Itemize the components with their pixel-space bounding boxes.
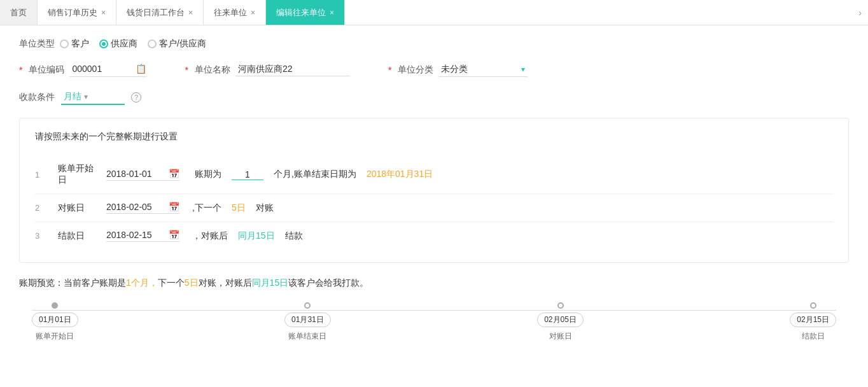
timeline-dot-4 [810,302,816,309]
radio-both-circle [148,39,157,48]
payment-row: 收款条件 月结 ? [19,90,849,105]
period-cal-icon-1[interactable]: 📅 [169,169,179,179]
timeline-date-1: 01月01日 [39,315,71,324]
timeline-point-1: 01月01日 账单开始日 [32,302,78,342]
radio-customer-circle [60,39,69,48]
tab-cash-close-icon[interactable]: × [188,8,193,17]
period-date-input-1: 📅 [106,169,179,181]
unit-code-item: * 单位编码 📋 [19,62,146,77]
period-row3-suffix: 结款 [285,230,303,242]
unit-code-required: * [19,65,22,75]
unit-type-item: 单位类型 客户 供应商 客户/供应商 [19,38,206,50]
period-row3-comma: ，对账后 [192,230,228,242]
radio-supplier-label: 供应商 [111,38,137,50]
radio-customer[interactable]: 客户 [60,38,89,50]
tab-edit-label: 编辑往来单位 [276,7,326,18]
payment-condition-label: 收款条件 [19,92,55,103]
period-date-field-3[interactable] [106,230,164,240]
tab-edit-partner[interactable]: 编辑往来单位 × [266,0,345,25]
timeline-container: 01月01日 账单开始日 01月31日 账单结束日 02月05日 [19,302,849,342]
period-row1-end-date: 2018年01月31日 [367,169,433,180]
payment-condition-select[interactable]: 月结 [61,90,125,105]
period-row3-highlight: 同月15日 [238,230,275,242]
preview-text1: 下一个 [158,278,185,288]
timeline-point-4: 02月15日 结款日 [790,302,836,342]
tab-partner-close-icon[interactable]: × [251,8,255,17]
tab-arrow-icon: › [858,8,862,18]
period-cal-icon-2[interactable]: 📅 [169,202,179,212]
main-content: 单位类型 客户 供应商 客户/供应商 * 单位编码 [0,25,868,387]
unit-name-input[interactable] [235,63,350,76]
unit-code-label: 单位编码 [29,64,64,76]
preview-prefix: 账期预览：当前客户账期是 [19,278,126,288]
preview-highlight1: 1个月， [126,278,158,288]
tab-bar: 首页 销售订单历史 × 钱货日清工作台 × 往来单位 × 编辑往来单位 × › [0,0,868,25]
tab-edit-close-icon[interactable]: × [330,8,334,17]
period-date-field-1[interactable] [106,169,164,179]
timeline-date-3: 02月05日 [544,315,577,324]
period-row2-suffix: 对账 [256,202,274,214]
period-cal-icon-3[interactable]: 📅 [169,230,179,240]
period-label-3: 结款日 [58,230,96,242]
unit-info-row: * 单位编码 📋 * 单位名称 * 单位分类 未分类 [19,62,849,77]
timeline-date-4: 02月15日 [797,315,829,324]
tab-cash-label: 钱货日清工作台 [127,7,185,18]
timeline-badge-1: 01月01日 [32,313,78,327]
period-title: 请按照未来的一个完整帐期进行设置 [35,131,833,143]
period-date-field-2[interactable] [106,202,164,212]
preview-text: 账期预览：当前客户账期是1个月，下一个5日对账，对账后同月15日该客户会给我打款… [19,276,849,290]
unit-code-input[interactable] [69,62,133,75]
unit-code-copy-icon[interactable]: 📋 [136,64,146,74]
period-label-1: 账单开始日 [58,163,96,186]
period-date-input-2: 📅 [106,202,179,214]
period-row-3: 3 结款日 📅 ，对账后 同月15日 结款 [35,222,833,250]
timeline-label-2: 账单结束日 [288,331,326,342]
unit-category-label: 单位分类 [398,64,433,76]
period-label-2: 对账日 [58,202,96,214]
payment-condition-arrow-icon [84,92,88,101]
timeline-dot-1 [52,302,58,309]
timeline-label-4: 结款日 [802,331,825,342]
period-row1-suffix1: 个月,账单结束日期为 [274,169,356,180]
unit-name-label: 单位名称 [195,64,230,76]
period-row-2: 2 对账日 📅 ,下一个 5日 对账 [35,194,833,222]
period-num-3: 3 [35,231,48,241]
tab-sales-close-icon[interactable]: × [101,8,106,17]
unit-category-arrow-icon [521,65,525,74]
period-row2-highlight: 5日 [232,202,246,214]
timeline-label-1: 账单开始日 [36,331,74,342]
unit-category-required: * [388,65,391,75]
timeline-label-3: 对账日 [549,331,572,342]
timeline-dot-2 [304,302,311,309]
radio-both[interactable]: 客户/供应商 [148,38,206,50]
payment-help-icon[interactable]: ? [131,92,141,102]
timeline-badge-4: 02月15日 [790,313,836,327]
unit-type-row: 单位类型 客户 供应商 客户/供应商 [19,38,849,50]
radio-both-label: 客户/供应商 [159,38,206,50]
period-num-1: 1 [35,170,48,179]
tab-sales-order-history[interactable]: 销售订单历史 × [38,0,116,25]
unit-type-radio-group: 客户 供应商 客户/供应商 [60,38,206,50]
timeline-badge-3: 02月05日 [537,313,584,327]
period-num-2: 2 [35,203,48,213]
preview-text2: 对账，对账后 [199,278,252,288]
preview-section: 账期预览：当前客户账期是1个月，下一个5日对账，对账后同月15日该客户会给我打款… [19,276,849,342]
unit-category-select[interactable]: 未分类 [438,62,528,77]
period-row-1: 1 账单开始日 📅 账期为 个月,账单结束日期为 2018年01月31日 [35,155,833,194]
timeline-dot-3 [557,302,564,309]
period-box: 请按照未来的一个完整帐期进行设置 1 账单开始日 📅 账期为 个月,账单结束日期… [19,118,849,263]
unit-code-wrapper: 📋 [69,62,146,77]
tab-home[interactable]: 首页 [0,0,38,25]
unit-category-value: 未分类 [441,64,468,75]
timeline-date-2: 01月31日 [291,315,324,324]
payment-condition-value: 月结 [64,91,81,102]
timeline-points: 01月01日 账单开始日 01月31日 账单结束日 02月05日 [32,302,836,342]
unit-name-item: * 单位名称 [185,63,349,76]
tab-cash-work[interactable]: 钱货日清工作台 × [116,0,204,25]
period-months-field[interactable] [232,169,263,179]
radio-supplier[interactable]: 供应商 [99,38,137,50]
tab-partner[interactable]: 往来单位 × [204,0,266,25]
tab-arrow[interactable]: › [852,0,868,25]
timeline-badge-2: 01月31日 [284,313,331,327]
radio-customer-label: 客户 [71,38,89,50]
